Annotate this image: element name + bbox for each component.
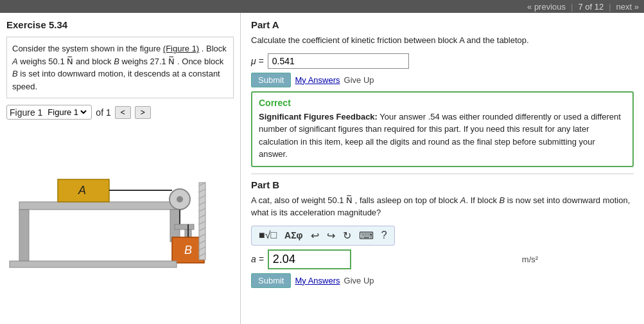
toolbar-text-icon[interactable]: ■√□ [257, 229, 279, 242]
figure-prev-button[interactable]: < [115, 106, 131, 119]
part-b-question: A cat, also of weight 50.1 N̅ , falls as… [251, 194, 634, 219]
top-nav: « previous | 7 of 12 | next » [0, 0, 644, 13]
toolbar-greek-btn[interactable]: ΑΣφ [283, 230, 305, 241]
part-b-section: Part B A cat, also of weight 50.1 N̅ , f… [251, 179, 634, 288]
part-a-label: Part A [251, 19, 634, 30]
svg-text:A: A [78, 184, 86, 197]
part-a-my-answers-link[interactable]: My Answers [295, 75, 340, 85]
part-b-label: Part B [251, 179, 634, 190]
figure-link[interactable]: (Figure 1) [163, 44, 199, 53]
a-label: a = [251, 254, 264, 264]
part-a-submit-row: Submit My Answers Give Up [251, 73, 634, 87]
right-panel: Part A Calculate the coefficient of kine… [241, 13, 644, 324]
next-link[interactable]: next » [616, 2, 639, 12]
toolbar-redo-btn[interactable]: ↪ [325, 229, 337, 242]
figure-illustration: A B [6, 125, 231, 279]
toolbar-help-btn[interactable]: ? [379, 229, 389, 242]
figure-label: Figure 1 [10, 107, 42, 118]
svg-rect-9 [175, 224, 194, 230]
part-b-answer-row: a = m/s² [251, 249, 634, 269]
svg-rect-28 [10, 261, 177, 267]
svg-text:B: B [184, 244, 192, 256]
correct-label: Correct [259, 98, 626, 108]
svg-point-7 [177, 196, 183, 203]
correct-feedback: Significant Figures Feedback: Your answe… [259, 111, 626, 161]
part-a-answer-row: μ = [251, 53, 634, 69]
toolbar-refresh-btn[interactable]: ↻ [341, 229, 353, 242]
figure-select-wrapper: Figure 1 Figure 1 [6, 105, 92, 120]
correct-box: Correct Significant Figures Feedback: Yo… [251, 91, 634, 167]
part-a-input[interactable] [268, 53, 409, 69]
part-b-toolbar: ■√□ ΑΣφ ↩ ↪ ↻ ⌨ ? [251, 226, 395, 246]
sep1: | [571, 2, 573, 12]
part-b-submit-button[interactable]: Submit [251, 273, 291, 288]
part-b-input[interactable] [268, 249, 351, 269]
part-a-question: Calculate the coefficient of kinetic fri… [251, 34, 634, 47]
unit-label: m/s² [522, 255, 538, 264]
part-a-submit-button[interactable]: Submit [251, 73, 291, 87]
page-info: 7 of 12 [578, 2, 604, 12]
svg-rect-0 [19, 202, 180, 210]
part-a-give-up[interactable]: Give Up [344, 75, 374, 85]
toolbar-undo-btn[interactable]: ↩ [309, 229, 321, 242]
part-b-my-answers-link[interactable]: My Answers [295, 276, 340, 285]
figure-select[interactable]: Figure 1 [45, 107, 89, 118]
figure-of-label: of 1 [96, 107, 110, 118]
part-b-give-up[interactable]: Give Up [344, 276, 374, 285]
figure-next-button[interactable]: > [135, 106, 151, 119]
part-a-section: Part A Calculate the coefficient of kine… [251, 19, 634, 167]
mu-label: μ = [251, 56, 264, 66]
sep2: | [609, 2, 611, 12]
feedback-bold: Significant Figures Feedback: [259, 112, 378, 122]
part-b-submit-row: Submit My Answers Give Up [251, 273, 634, 288]
divider [251, 174, 634, 174]
figure-svg: A B [6, 125, 234, 279]
exercise-title: Exercise 5.34 [6, 19, 234, 30]
previous-link[interactable]: « previous [527, 2, 566, 12]
left-panel: Exercise 5.34 Consider the system shown … [0, 13, 241, 324]
description-box: Consider the system shown in the figure … [6, 37, 234, 98]
toolbar-keyboard-btn[interactable]: ⌨ [357, 229, 376, 242]
figure-controls: Figure 1 Figure 1 of 1 < > [6, 105, 234, 120]
main-layout: Exercise 5.34 Consider the system shown … [0, 13, 644, 324]
svg-rect-1 [19, 210, 29, 261]
